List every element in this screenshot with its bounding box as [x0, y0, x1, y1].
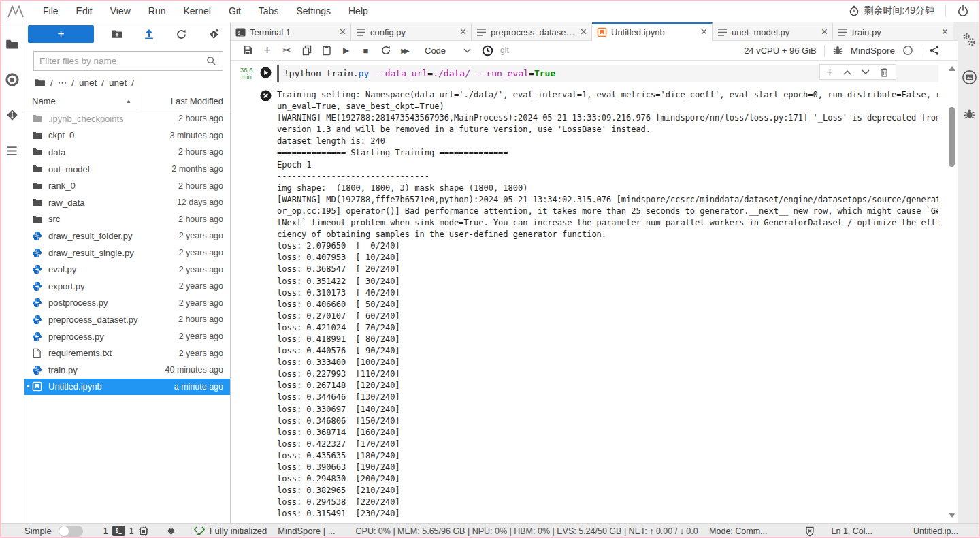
file-row-src[interactable]: src2 hours ago: [24, 211, 230, 228]
file-browser-icon[interactable]: [0, 27, 24, 62]
debugger-bug-icon[interactable]: [832, 45, 843, 56]
running-sessions-icon[interactable]: [0, 62, 24, 97]
file-row-draw_result_single.py[interactable]: draw_result_single.py2 years ago: [24, 244, 230, 262]
terminal-icon[interactable]: $_: [112, 526, 125, 536]
menu-item-git[interactable]: Git: [220, 0, 250, 22]
paste-cells-icon[interactable]: [316, 41, 336, 60]
file-row-postprocess.py[interactable]: postprocess.py2 years ago: [24, 295, 230, 312]
status-bar: Simple 1 $_ 1 Fully initialized MindSpor…: [0, 523, 980, 538]
execution-history-icon[interactable]: [478, 41, 497, 60]
git-status-icon[interactable]: [165, 525, 177, 537]
file-row-ckpt_0[interactable]: ckpt_03 minutes ago: [24, 127, 230, 144]
cursor-position[interactable]: Ln 1, Col...: [832, 526, 872, 536]
file-row-export.py[interactable]: export.py2 years ago: [24, 278, 230, 295]
text-icon: [32, 348, 43, 359]
run-cell-icon[interactable]: ▶: [336, 41, 356, 60]
toc-icon[interactable]: [0, 133, 24, 168]
debug-bug-icon[interactable]: [963, 108, 976, 121]
column-name[interactable]: Name ▲: [24, 96, 137, 106]
cell-type-dropdown[interactable]: Code: [425, 46, 471, 56]
restart-run-all-icon[interactable]: ▶▶: [395, 41, 415, 60]
copy-cells-icon[interactable]: [297, 41, 316, 60]
scroll-down-arrow[interactable]: [949, 513, 956, 518]
kernel-name-label[interactable]: MindSpore: [851, 46, 895, 56]
trust-shield-icon[interactable]: [804, 526, 815, 537]
kernel-chip-icon[interactable]: [138, 526, 149, 537]
tab-close-icon[interactable]: ×: [460, 27, 466, 37]
git-toolbar-label[interactable]: git: [500, 46, 509, 55]
file-row-requirements.txt[interactable]: requirements.txt2 years ago: [24, 345, 230, 362]
file-row-data[interactable]: data2 hours ago: [24, 144, 230, 161]
refresh-icon[interactable]: [172, 25, 190, 43]
menu-item-edit[interactable]: Edit: [67, 0, 101, 22]
save-icon[interactable]: [238, 41, 257, 60]
insert-cell-icon[interactable]: +: [257, 41, 277, 60]
cut-cells-icon[interactable]: ✂: [277, 41, 297, 60]
file-modified-time: 2 years ago: [150, 349, 230, 358]
file-row-out_model[interactable]: out_model2 months ago: [24, 161, 230, 178]
file-row-draw_result_folder.py[interactable]: draw_result_folder.py2 years ago: [24, 227, 230, 244]
git-clone-icon[interactable]: [204, 25, 222, 43]
breadcrumb-ellipsis[interactable]: ⋯: [58, 77, 67, 88]
file-row-eval.py[interactable]: eval.py2 years ago: [24, 261, 230, 278]
share-icon[interactable]: [929, 45, 940, 56]
menu-item-view[interactable]: View: [101, 0, 140, 22]
file-row-train.py[interactable]: train.py40 minutes ago: [24, 362, 230, 379]
menu-item-tabs[interactable]: Tabs: [250, 0, 288, 22]
move-cell-up-icon[interactable]: [843, 69, 851, 75]
cell-running-icon[interactable]: [260, 67, 272, 78]
filter-files-input[interactable]: [39, 56, 206, 66]
scroll-up-arrow[interactable]: [949, 66, 956, 71]
tab-unet_model.py[interactable]: unet_model.py×: [713, 22, 833, 40]
scrollbar-thumb[interactable]: [949, 107, 955, 167]
file-row-raw_data[interactable]: raw_data12 days ago: [24, 194, 230, 211]
execution-time: 36.6 min: [240, 67, 253, 80]
mode-indicator[interactable]: Mode: Comm...: [709, 526, 767, 536]
tab-close-icon[interactable]: ×: [701, 27, 707, 37]
kernel-status-label[interactable]: MindSpore | ...: [278, 526, 335, 536]
file-row-.ipynb_checkpoints[interactable]: .ipynb_checkpoints2 hours ago: [24, 110, 230, 127]
menu-item-kernel[interactable]: Kernel: [174, 0, 219, 22]
menu-item-help[interactable]: Help: [340, 0, 377, 22]
git-panel-icon[interactable]: [0, 97, 24, 133]
file-row-rank_0[interactable]: rank_02 hours ago: [24, 177, 230, 194]
tab-config.py[interactable]: config.py×: [351, 22, 472, 40]
image-viewer-icon[interactable]: [962, 69, 977, 85]
breadcrumb-segment[interactable]: unet: [79, 78, 97, 88]
tab-close-icon[interactable]: ×: [340, 27, 346, 37]
upload-icon[interactable]: [140, 25, 158, 43]
python-icon: [32, 314, 43, 325]
tab-train.py[interactable]: train.py×: [833, 22, 953, 40]
breadcrumb-segment[interactable]: unet: [109, 78, 127, 88]
tab-close-icon[interactable]: ×: [942, 27, 948, 37]
file-name: data: [48, 147, 150, 157]
menu-item-run[interactable]: Run: [140, 0, 175, 22]
menu-item-file[interactable]: File: [34, 0, 67, 22]
column-last-modified[interactable]: Last Modified: [137, 93, 230, 110]
file-row-preprocess_dataset.py[interactable]: preprocess_dataset.py2 hours ago: [24, 311, 230, 328]
menu-item-settings[interactable]: Settings: [287, 0, 340, 22]
restart-kernel-icon[interactable]: [376, 41, 395, 60]
tab-terminal-1[interactable]: $_Terminal 1×: [231, 22, 351, 40]
interrupt-kernel-icon[interactable]: [260, 90, 272, 101]
stop-kernel-icon[interactable]: ■: [356, 41, 376, 60]
file-name: Untitled.ipynb: [48, 381, 150, 392]
file-row-preprocess.py[interactable]: preprocess.py2 years ago: [24, 328, 230, 345]
tab-untitled.ipynb[interactable]: Untitled.ipynb×: [592, 22, 713, 41]
add-cell-icon[interactable]: +: [827, 66, 833, 78]
search-icon: [206, 55, 217, 67]
delete-cell-icon[interactable]: [880, 67, 889, 77]
new-launcher-button[interactable]: +: [28, 25, 94, 43]
new-folder-icon[interactable]: [108, 25, 126, 43]
home-folder-icon[interactable]: [34, 77, 46, 89]
settings-gears-icon[interactable]: [962, 32, 977, 47]
file-row-Untitled.ipynb[interactable]: •Untitled.ipynba minute ago: [24, 379, 230, 396]
kernel-count: 1: [129, 526, 134, 536]
timer-icon: [849, 5, 860, 16]
move-cell-down-icon[interactable]: [862, 69, 870, 75]
tab-close-icon[interactable]: ×: [821, 27, 828, 37]
tab-close-icon[interactable]: ×: [581, 27, 587, 37]
power-icon[interactable]: [957, 5, 969, 17]
tab-preprocess_dataset.py[interactable]: preprocess_dataset.py×: [472, 22, 592, 40]
simple-mode-toggle[interactable]: [59, 526, 83, 537]
